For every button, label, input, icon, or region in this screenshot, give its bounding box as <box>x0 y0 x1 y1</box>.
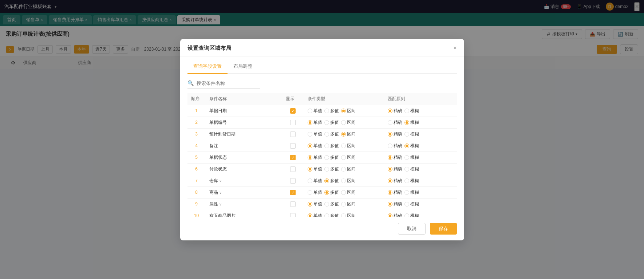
tab-layout-adjust[interactable]: 布局调整 <box>228 61 258 70</box>
dialog-close-button[interactable]: × <box>453 45 457 51</box>
dialog-body: 查询字段设置 布局调整 🔍 顺序 条件名称 显示 条件类型 <box>180 56 464 70</box>
modal-overlay: 设置查询区域布局 × 查询字段设置 布局调整 🔍 顺序 <box>0 0 644 69</box>
dialog-tabs: 查询字段设置 布局调整 <box>187 56 457 70</box>
settings-dialog: 设置查询区域布局 × 查询字段设置 布局调整 🔍 顺序 <box>180 39 464 70</box>
dialog-title: 设置查询区域布局 <box>187 45 231 52</box>
dialog-header: 设置查询区域布局 × <box>180 39 464 56</box>
tab-query-fields[interactable]: 查询字段设置 <box>187 61 228 70</box>
